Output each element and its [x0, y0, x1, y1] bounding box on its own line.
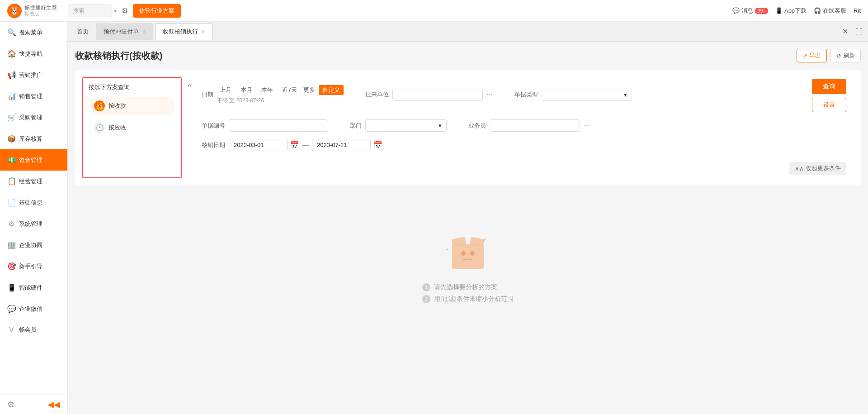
filter-left-title: 按以下方案查询	[89, 83, 175, 91]
sidebar-item-basic-info[interactable]: 📄 基础信息	[0, 192, 67, 213]
sidebar-item-quick-nav[interactable]: 🏠 快捷导航	[0, 43, 67, 64]
filter-row-2: 单据编号 部门 ▾ 业务员	[202, 119, 846, 132]
tab-writeoff[interactable]: 收款核销执行 ×	[155, 24, 212, 40]
date-preset-this-year[interactable]: 本年	[259, 85, 276, 95]
sidebar-item-system[interactable]: ⚙ 系统管理	[0, 213, 67, 234]
calendar-end-icon[interactable]: 📅	[373, 141, 382, 149]
sidebar-item-member[interactable]: V 畅会员	[0, 319, 67, 340]
writeoff-date-start-input[interactable]: 2023-03-01	[229, 139, 288, 151]
industry-solution-button[interactable]: 休验行业方案	[133, 4, 181, 18]
tab-close-window-button[interactable]: ✕	[840, 25, 850, 38]
export-button[interactable]: ↗ 导出	[797, 49, 827, 62]
writeoff-date-end-input[interactable]: 2023-07-21	[312, 139, 371, 151]
date-presets-group: 上月 本月 本年 近7天 更多 自定义	[217, 85, 344, 95]
staff-input[interactable]	[490, 119, 580, 132]
sidebar-label-quick-nav: 快捷导航	[19, 50, 42, 58]
filter-row-3: 核销日期 2023-03-01 📅 — 2023-07-21 📅	[202, 139, 846, 151]
inventory-icon: 📦	[7, 134, 15, 143]
dropdown-icon[interactable]: ▾	[114, 8, 117, 14]
svg-text:✦: ✦	[481, 236, 487, 243]
user-name: Rit	[854, 7, 861, 14]
date-custom[interactable]: 自定义	[319, 85, 344, 95]
sidebar-item-cooperation[interactable]: 🏢 企业协同	[0, 234, 67, 256]
sidebar-item-wechat[interactable]: 💬 企业微信	[0, 298, 67, 319]
search-bar: 搜索 ▾	[68, 5, 117, 17]
search-icon: 🔍	[7, 28, 15, 37]
refresh-button[interactable]: ↺ 刷新	[830, 49, 861, 62]
date-preset-this-month[interactable]: 本月	[238, 85, 255, 95]
date-preset-last-month[interactable]: 上月	[217, 85, 234, 95]
department-label: 部门	[350, 122, 362, 130]
staff-dots-icon[interactable]: ···	[584, 122, 590, 130]
tab2-label: 收款核销执行	[163, 28, 198, 36]
empty-tips: 1 请先选择要分析的方案 2 用[过滤]条件来缩小分析范围	[422, 283, 514, 303]
date-preset-7days[interactable]: 近7天	[279, 85, 300, 95]
tab-bar-actions: ✕ ⛶	[840, 25, 864, 38]
tip-number-1: 1	[422, 283, 430, 291]
query-btn-group: 查询 设置	[812, 77, 846, 112]
message-item[interactable]: 💬 消息 99+	[732, 7, 768, 15]
sidebar-label-newbie: 新手引导	[19, 262, 42, 271]
main-layout: 🔍 搜索菜单 🏠 快捷导航 📢 营销推广 📊 销售管理 🛒 采购管理 📦 库存核…	[0, 22, 868, 414]
tab-prepay[interactable]: 预付冲应付单 ×	[96, 24, 153, 40]
query-button[interactable]: 查询	[812, 79, 846, 94]
calendar-start-icon[interactable]: 📅	[290, 141, 299, 149]
date-label: 日期	[202, 90, 213, 99]
date-separator: —	[302, 141, 309, 149]
sidebar-label-search-menu: 搜索菜单	[19, 29, 42, 37]
top-bar: 🐰 畅捷通好生意 标准版 搜索 ▾ ⚙ 休验行业方案 💬 消息 99+ 📱 Ap…	[0, 0, 868, 22]
counterparty-dots-icon[interactable]: ···	[486, 90, 492, 99]
purchase-icon: 🛒	[7, 113, 15, 122]
tab-maximize-button[interactable]: ⛶	[854, 26, 864, 38]
sidebar-item-sales[interactable]: 📊 销售管理	[0, 86, 67, 107]
user-item[interactable]: Rit	[854, 7, 861, 14]
sidebar-item-search-menu[interactable]: 🔍 搜索菜单	[0, 22, 67, 43]
date-presets-wrapper: 上月 本月 本年 近7天 更多 自定义 不限 至 2023-07-26	[217, 85, 344, 105]
filter-option-by-receipt[interactable]: 💰 按收款	[89, 97, 175, 115]
sidebar-item-finance[interactable]: 💵 资金管理	[0, 149, 67, 171]
empty-tip-2-text: 用[过滤]条件来缩小分析范围	[434, 295, 514, 303]
settings-bottom-icon[interactable]: ⚙	[7, 400, 14, 409]
staff-label: 业务员	[468, 122, 486, 130]
smart-hw-icon: 📱	[7, 283, 15, 292]
tab2-close-icon[interactable]: ×	[202, 29, 205, 35]
voucher-no-input[interactable]	[229, 119, 328, 132]
sidebar-item-newbie[interactable]: 🎯 新手引导	[0, 256, 67, 277]
search-placeholder[interactable]: 搜索	[68, 5, 112, 17]
customer-service-item[interactable]: 🎧 在线客服	[814, 7, 846, 15]
svg-rect-0	[452, 244, 484, 269]
collapse-sidebar-icon[interactable]: ◀◀	[47, 400, 60, 409]
department-select[interactable]: ▾	[365, 119, 447, 132]
system-icon: ⚙	[7, 219, 15, 228]
filter-settings-button[interactable]: 设置	[812, 98, 846, 112]
page-title: 收款核销执行(按收款)	[75, 50, 162, 62]
sidebar-label-sales: 销售管理	[19, 92, 42, 100]
sidebar-label-inventory: 库存核算	[19, 135, 42, 143]
voucher-type-select[interactable]: ▾	[542, 89, 632, 101]
gear-icon[interactable]: ⚙	[120, 6, 129, 15]
filter-collapse-button[interactable]: «	[185, 79, 194, 92]
filter-option-by-receivable[interactable]: 🕐 按应收	[89, 119, 175, 137]
collapse-more-button[interactable]: ∧∧ 收起更多条件	[789, 162, 846, 175]
sidebar-item-purchase[interactable]: 🛒 采购管理	[0, 107, 67, 128]
sidebar-item-marketing[interactable]: 📢 营销推广	[0, 64, 67, 86]
sidebar-item-operation[interactable]: 📋 经营管理	[0, 171, 67, 192]
filter-option-receivable-label: 按应收	[108, 124, 126, 132]
page-header: 收款核销执行(按收款) ↗ 导出 ↺ 刷新	[75, 49, 861, 62]
filter-row-1: 日期 上月 本月 本年 近7天 更多 自定义 不限 至	[202, 77, 846, 112]
sidebar-item-smart-hw[interactable]: 📱 智能硬件	[0, 277, 67, 298]
tab-home[interactable]: 首页	[71, 28, 94, 36]
filter-option-receipt-label: 按收款	[108, 102, 126, 110]
empty-illustration: ✦ ✦	[441, 222, 495, 276]
sales-icon: 📊	[7, 92, 15, 100]
home-icon: 🏠	[7, 49, 15, 58]
date-preset-more[interactable]: 更多	[303, 86, 315, 94]
service-icon: 🎧	[814, 7, 821, 14]
sidebar-label-system: 系统管理	[19, 220, 42, 228]
counterparty-input[interactable]	[392, 89, 483, 101]
app-download-item[interactable]: 📱 App下载	[775, 7, 807, 15]
finance-icon: 💵	[7, 156, 15, 164]
sidebar-item-inventory[interactable]: 📦 库存核算	[0, 128, 67, 149]
tab1-close-icon[interactable]: ×	[142, 29, 146, 35]
filter-right-panel: 日期 上月 本月 本年 近7天 更多 自定义 不限 至	[194, 77, 854, 178]
